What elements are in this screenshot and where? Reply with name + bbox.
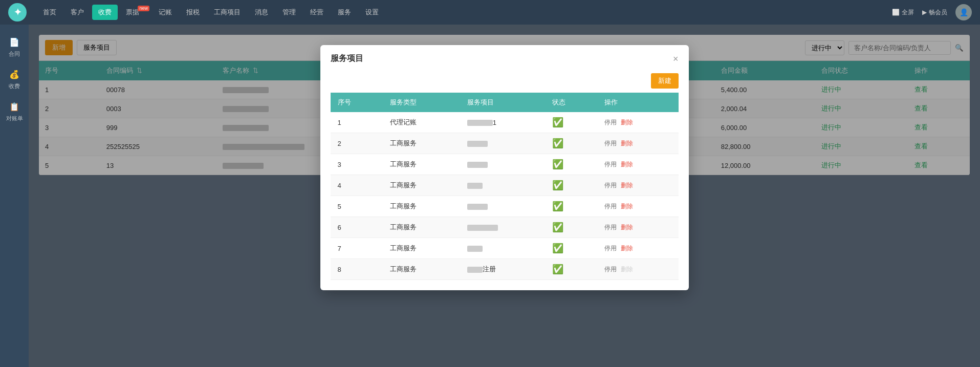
nav-manage[interactable]: 管理 [276,5,302,20]
nav-billing[interactable]: 收费 [92,5,118,20]
modal-cell-action: 停用 删除 [597,112,678,133]
service-items-modal: 服务项目 × 新建 序号 服务类型 服务项目 状态 操作 1 代理记账 [320,45,689,290]
modal-cell-status: ✅ [545,196,597,217]
modal-cell-action: 停用 删除 [597,196,678,217]
modal-cell-item: 注册 [460,259,545,280]
delete-button[interactable]: 删除 [621,181,633,190]
modal-cell-item: 1 [460,112,545,133]
stop-button[interactable]: 停用 [604,202,617,211]
sidebar-item-contract[interactable]: 📄 合同 [0,31,29,63]
modal-cell-type: 工商服务 [383,154,460,175]
delete-button[interactable]: 删除 [621,223,633,232]
stop-button[interactable]: 停用 [604,244,617,253]
modal-cell-type: 工商服务 [383,259,460,280]
modal-cell-action: 停用 删除 [597,175,678,196]
delete-button[interactable]: 删除 [621,202,633,211]
status-check-icon: ✅ [552,222,563,232]
modal-cell-status: ✅ [545,217,597,238]
sidebar-label-billing: 收费 [9,82,20,90]
status-check-icon: ✅ [552,180,563,190]
modal-title: 服务项目 [331,53,363,64]
list-item: 8 工商服务 注册 ✅ 停用 删除 [331,259,679,280]
list-item: 7 工商服务 ✅ 停用 删除 [331,238,679,259]
list-item: 1 代理记账 1 ✅ 停用 删除 [331,112,679,133]
modal-cell-action: 停用 删除 [597,217,678,238]
modal-cell-seq: 3 [331,154,383,175]
modal-cell-seq: 7 [331,238,383,259]
modal-cell-type: 工商服务 [383,238,460,259]
sidebar-label-contract: 合同 [9,50,20,58]
avatar[interactable]: 👤 [955,4,972,20]
nav-tax[interactable]: 报税 [180,5,206,20]
modal-cell-item [460,133,545,154]
modal-cell-status: ✅ [545,175,597,196]
modal-col-type: 服务类型 [383,93,460,112]
modal-cell-action: 停用 删除 [597,238,678,259]
modal-cell-status: ✅ [545,154,597,175]
modal-cell-seq: 1 [331,112,383,133]
modal-cell-seq: 8 [331,259,383,280]
modal-cell-seq: 4 [331,175,383,196]
modal-cell-type: 代理记账 [383,112,460,133]
modal-cell-status: ✅ [545,259,597,280]
delete-button[interactable]: 删除 [621,265,633,274]
status-check-icon: ✅ [552,159,563,169]
sidebar-item-statement[interactable]: 📋 对账单 [0,95,29,127]
app-logo: ✦ [8,3,27,21]
list-item: 3 工商服务 ✅ 停用 删除 [331,154,679,175]
modal-body: 序号 服务类型 服务项目 状态 操作 1 代理记账 1 ✅ 停用 删除 2 工商 [320,93,689,290]
nav-right-area: ⬜ 全屏 ▶ 畅会员 👤 [892,4,972,20]
billing-icon: 💰 [8,68,20,80]
modal-cell-seq: 5 [331,196,383,217]
modal-cell-item [460,154,545,175]
stop-button[interactable]: 停用 [604,265,617,274]
modal-cell-status: ✅ [545,112,597,133]
modal-cell-action: 停用 删除 [597,133,678,154]
modal-col-seq: 序号 [331,93,383,112]
fullscreen-button[interactable]: ⬜ 全屏 [892,8,914,17]
modal-cell-item [460,217,545,238]
list-item: 5 工商服务 ✅ 停用 删除 [331,196,679,217]
contract-icon: 📄 [8,36,20,48]
nav-service[interactable]: 服务 [332,5,357,20]
stop-button[interactable]: 停用 [604,160,617,169]
status-check-icon: ✅ [552,243,563,253]
modal-col-action: 操作 [597,93,678,112]
modal-cell-type: 工商服务 [383,175,460,196]
modal-cell-status: ✅ [545,133,597,154]
nav-home[interactable]: 首页 [37,5,62,20]
stop-button[interactable]: 停用 [604,181,617,190]
nav-bizproject[interactable]: 工商项目 [208,5,247,20]
modal-cell-status: ✅ [545,238,597,259]
delete-button[interactable]: 删除 [621,244,633,253]
modal-header: 服务项目 × [320,45,689,69]
list-item: 2 工商服务 ✅ 停用 删除 [331,133,679,154]
modal-col-status: 状态 [545,93,597,112]
member-button[interactable]: ▶ 畅会员 [922,8,947,17]
stop-button[interactable]: 停用 [604,223,617,232]
sidebar-item-billing[interactable]: 💰 收费 [0,63,29,95]
modal-close-button[interactable]: × [673,54,679,63]
modal-col-item: 服务项目 [460,93,545,112]
status-check-icon: ✅ [552,201,563,211]
nav-invoice[interactable]: 票据 new [120,5,150,20]
nav-settings[interactable]: 设置 [359,5,385,20]
status-check-icon: ✅ [552,264,563,274]
new-badge: new [138,6,149,11]
modal-overlay[interactable]: 服务项目 × 新建 序号 服务类型 服务项目 状态 操作 1 代理记账 [29,25,980,367]
modal-cell-item [460,238,545,259]
modal-cell-action: 停用 删除 [597,154,678,175]
modal-cell-type: 工商服务 [383,133,460,154]
nav-operation[interactable]: 经营 [304,5,330,20]
modal-cell-item [460,175,545,196]
delete-button[interactable]: 删除 [621,118,633,127]
modal-cell-seq: 6 [331,217,383,238]
modal-new-button[interactable]: 新建 [651,73,679,89]
nav-message[interactable]: 消息 [249,5,274,20]
stop-button[interactable]: 停用 [604,139,617,148]
delete-button[interactable]: 删除 [621,139,633,148]
stop-button[interactable]: 停用 [604,118,617,127]
nav-bookkeeping[interactable]: 记账 [153,5,178,20]
nav-customer[interactable]: 客户 [64,5,90,20]
delete-button[interactable]: 删除 [621,160,633,169]
